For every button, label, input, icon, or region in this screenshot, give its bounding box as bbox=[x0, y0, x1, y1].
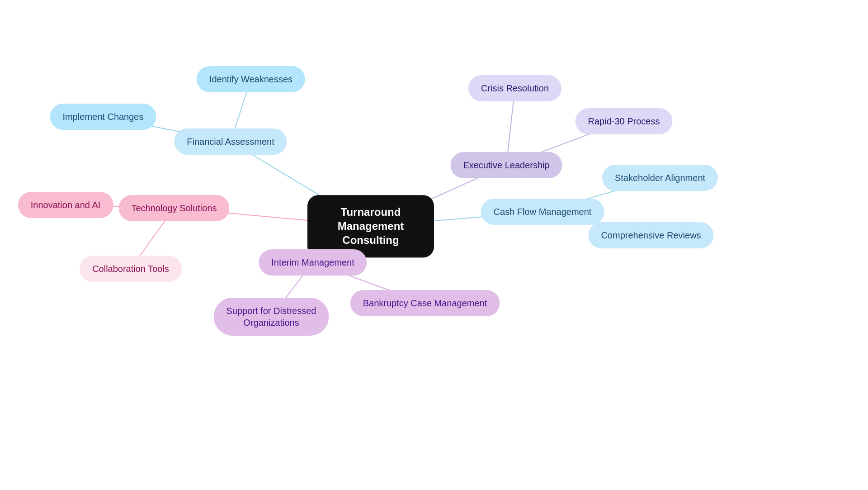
node-support-distressed[interactable]: Support for Distressed Organizations bbox=[214, 298, 329, 336]
node-interim-management[interactable]: Interim Management bbox=[259, 249, 367, 276]
node-implement-changes[interactable]: Implement Changes bbox=[50, 104, 156, 130]
node-financial-assessment[interactable]: Financial Assessment bbox=[174, 128, 287, 155]
node-technology-solutions[interactable]: Technology Solutions bbox=[118, 195, 229, 221]
node-innovation-and-ai[interactable]: Innovation and AI bbox=[18, 192, 113, 218]
node-center[interactable]: Turnaround Management Consulting bbox=[307, 195, 434, 257]
connections-svg bbox=[0, 0, 868, 490]
node-cash-flow-management[interactable]: Cash Flow Management bbox=[481, 199, 604, 225]
node-crisis-resolution[interactable]: Crisis Resolution bbox=[468, 75, 561, 101]
mindmap-container: Turnaround Management ConsultingIdentify… bbox=[0, 0, 868, 490]
node-bankruptcy-case[interactable]: Bankruptcy Case Management bbox=[350, 290, 500, 316]
node-comprehensive-reviews[interactable]: Comprehensive Reviews bbox=[588, 222, 713, 248]
node-executive-leadership[interactable]: Executive Leadership bbox=[450, 152, 562, 178]
node-collaboration-tools[interactable]: Collaboration Tools bbox=[80, 256, 182, 282]
node-rapid-30-process[interactable]: Rapid-30 Process bbox=[576, 108, 673, 134]
node-identify-weaknesses[interactable]: Identify Weaknesses bbox=[197, 66, 305, 92]
node-stakeholder-alignment[interactable]: Stakeholder Alignment bbox=[602, 165, 718, 191]
